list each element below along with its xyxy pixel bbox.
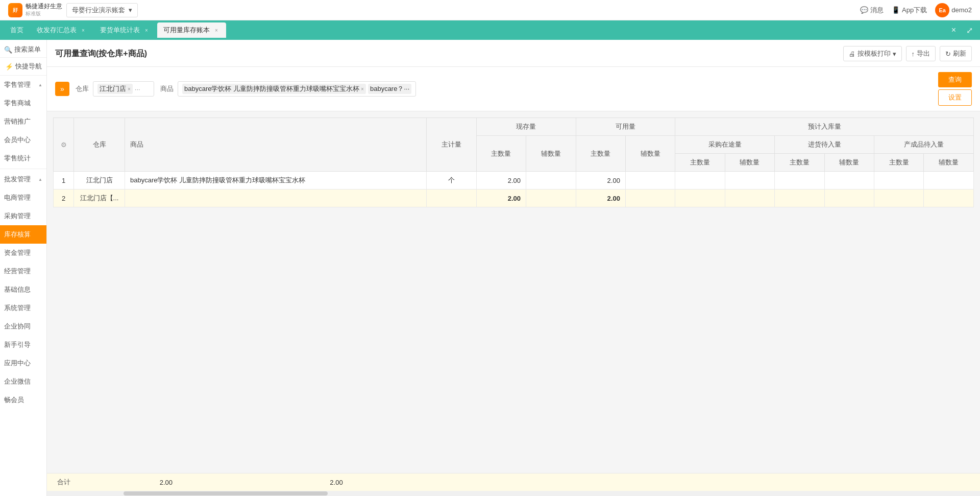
sidebar-item-ecommerce[interactable]: 电商管理 — [0, 188, 46, 207]
sidebar-item-retail-stat[interactable]: 零售统计 — [0, 149, 46, 168]
footer-label: 合计 — [52, 478, 124, 487]
th-stock-main: 主数量 — [476, 136, 526, 172]
tab-available-label: 可用量库存账本 — [163, 26, 210, 35]
page-title: 可用量查询(按仓库+商品) — [55, 49, 147, 64]
product-tag1-value: babycare学饮杯 儿童防摔防撞吸管杯重力球吸嘴杯宝宝水杯 — [184, 84, 359, 93]
logo-icon: 好 — [8, 3, 22, 17]
product-tag1-close[interactable]: × — [361, 86, 364, 92]
search-label: 搜索菜单 — [14, 45, 41, 54]
cell-prd-aux-2 — [924, 190, 974, 207]
cell-seq-1: 1 — [54, 172, 74, 190]
tab-expand-btn[interactable]: ⤢ — [963, 25, 976, 36]
tab-order-stat[interactable]: 要货单统计表 × — [94, 22, 156, 38]
tab-order-stat-label: 要货单统计表 — [100, 26, 140, 35]
content-area: 可用量查询(按仓库+商品) 🖨 按模板打印 ▾ ↑ 导出 ↻ 刷新 » — [47, 40, 980, 496]
sidebar-item-system[interactable]: 系统管理 — [0, 299, 46, 317]
cell-prd-main-2 — [874, 190, 924, 207]
sidebar-search[interactable]: 🔍 搜索菜单 — [0, 40, 46, 58]
horizontal-scrollbar[interactable] — [47, 491, 980, 496]
export-button[interactable]: ↑ 导出 — [906, 46, 936, 61]
sidebar-item-wholesale[interactable]: 批发管理 — [0, 170, 46, 188]
footer-stock-aux — [209, 479, 294, 486]
product-filter-input[interactable]: babycare学饮杯 儿童防摔防撞吸管杯重力球吸嘴杯宝宝水杯 × babyca… — [178, 81, 416, 97]
table-row: 1 江北门店 babycare学饮杯 儿童防摔防撞吸管杯重力球吸嘴杯宝宝水杯 个… — [54, 172, 974, 190]
cell-stock-main-2: 2.00 — [476, 190, 526, 207]
data-table: ⚙ 仓库 商品 主计量 现存量 — [53, 117, 974, 207]
refresh-label: 刷新 — [953, 49, 966, 58]
cell-warehouse-2: 江北门店【... — [74, 190, 125, 207]
template-print-button[interactable]: 🖨 按模板打印 ▾ — [843, 46, 902, 61]
settings-button[interactable]: 设置 — [938, 89, 972, 106]
industry-label: 母婴行业演示账套 — [72, 6, 127, 15]
sidebar-item-marketing[interactable]: 营销推广 — [0, 112, 46, 131]
nav-icon: ⚡ — [5, 63, 13, 70]
tab-home[interactable]: 首页 — [4, 22, 30, 38]
tab-collect-close[interactable]: × — [80, 27, 87, 34]
tab-home-label: 首页 — [10, 26, 23, 35]
sidebar-item-member[interactable]: 会员中心 — [0, 131, 46, 149]
table-container[interactable]: ⚙ 仓库 商品 主计量 现存量 — [47, 111, 980, 473]
cell-seq-2: 2 — [54, 190, 74, 207]
cell-pt-main-1 — [675, 172, 725, 190]
th-product: 商品 — [125, 118, 427, 172]
sidebar-item-member2[interactable]: 畅会员 — [0, 391, 46, 409]
download-label: App下载 — [902, 6, 927, 15]
th-warehouse: 仓库 — [74, 118, 125, 172]
sidebar-quick-nav[interactable]: ⚡ 快捷导航 — [0, 58, 46, 76]
app-download-action[interactable]: 📱 App下载 — [892, 6, 927, 15]
th-gear: ⚙ — [54, 118, 74, 172]
footer-stock-main: 2.00 — [124, 479, 209, 486]
sidebar-item-retail-mgmt[interactable]: 零售管理 — [0, 76, 46, 94]
tab-order-stat-close[interactable]: × — [143, 27, 150, 34]
th-pt-main: 主数量 — [675, 154, 725, 172]
sidebar-item-basics[interactable]: 基础信息 — [0, 280, 46, 299]
message-label: 消息 — [870, 6, 884, 15]
sidebar-item-inventory[interactable]: 库存核算 — [0, 225, 46, 244]
page-header-actions: 🖨 按模板打印 ▾ ↑ 导出 ↻ 刷新 — [843, 46, 972, 66]
industry-selector[interactable]: 母婴行业演示账套 ▾ — [66, 3, 138, 17]
sidebar-item-purchase[interactable]: 采购管理 — [0, 207, 46, 225]
th-stock-aux: 辅数量 — [526, 136, 576, 172]
refresh-button[interactable]: ↻ 刷新 — [940, 46, 972, 61]
tab-close-btn[interactable]: × — [948, 25, 959, 36]
warehouse-filter-input[interactable]: 江北门店 × ··· — [93, 81, 154, 97]
sidebar-item-enterprise[interactable]: 企业协同 — [0, 317, 46, 336]
user-name: demo2 — [951, 6, 972, 14]
th-prd-main: 主数量 — [874, 154, 924, 172]
product-filter-label: 商品 — [160, 84, 174, 93]
filter-toggle[interactable]: » — [55, 82, 69, 96]
scroll-thumb[interactable] — [124, 491, 328, 495]
tab-collect[interactable]: 收发存汇总表 × — [31, 22, 93, 38]
footer-prd-aux — [890, 479, 975, 486]
filter-product-group: 商品 babycare学饮杯 儿童防摔防撞吸管杯重力球吸嘴杯宝宝水杯 × bab… — [160, 81, 416, 97]
th-avail-main: 主数量 — [576, 136, 625, 172]
warehouse-more[interactable]: ··· — [135, 85, 140, 93]
template-print-label: 按模板打印 — [857, 49, 891, 58]
sidebar-item-newguide[interactable]: 新手引导 — [0, 336, 46, 354]
user-profile[interactable]: Ea demo2 — [935, 3, 972, 17]
export-label: 导出 — [917, 49, 930, 58]
cell-pt-aux-1 — [725, 172, 774, 190]
sidebar-item-finance[interactable]: 资金管理 — [0, 244, 46, 262]
warehouse-tag-close[interactable]: × — [128, 86, 131, 92]
tab-available-close[interactable]: × — [213, 27, 220, 34]
product-filter-tag2: babycare？··· — [368, 84, 411, 94]
cell-warehouse-1: 江北门店 — [74, 172, 125, 190]
warehouse-filter-tag: 江北门店 × — [97, 84, 133, 94]
gear-icon[interactable]: ⚙ — [61, 141, 67, 149]
logo-area: 好 畅捷通好生意 标准版 — [8, 3, 62, 18]
message-action[interactable]: 💬 消息 — [860, 6, 884, 15]
table-row: 2 江北门店【... 2.00 2.00 — [54, 190, 974, 207]
sidebar-item-appcenter[interactable]: 应用中心 — [0, 354, 46, 372]
cell-pt-aux-2 — [725, 190, 774, 207]
logo-sub: 标准版 — [26, 10, 62, 17]
cell-avail-main-2: 2.00 — [576, 190, 625, 207]
page-header: 可用量查询(按仓库+商品) 🖨 按模板打印 ▾ ↑ 导出 ↻ 刷新 — [47, 40, 980, 67]
sidebar-item-retail-store[interactable]: 零售商城 — [0, 94, 46, 112]
tab-available[interactable]: 可用量库存账本 × — [157, 22, 226, 38]
query-button[interactable]: 查询 — [938, 72, 972, 87]
th-forecast-in: 预计入库量 — [675, 118, 974, 136]
sidebar-item-operations[interactable]: 经营管理 — [0, 262, 46, 280]
sidebar-item-wechat[interactable]: 企业微信 — [0, 372, 46, 391]
export-icon: ↑ — [912, 50, 915, 58]
